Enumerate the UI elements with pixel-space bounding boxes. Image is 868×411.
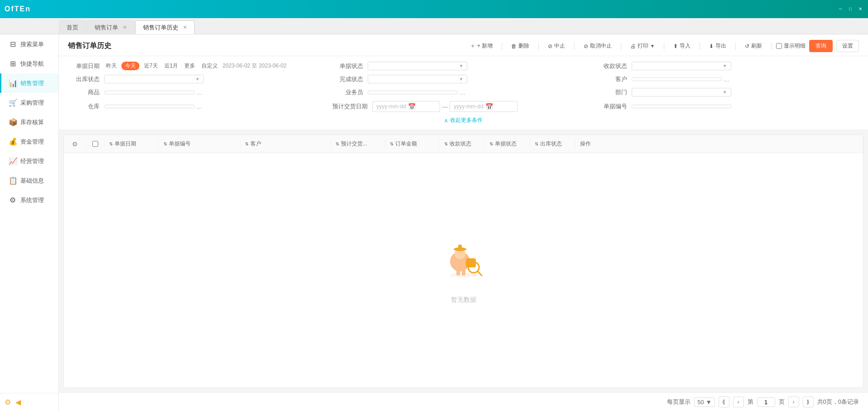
close-btn[interactable]: ✕	[857, 6, 863, 12]
col-header-receipt[interactable]: ⇅ 收款状态	[440, 140, 485, 148]
doc-status-arrow: ▼	[459, 63, 463, 68]
refresh-button[interactable]: ↺ 刷新	[740, 40, 767, 52]
next-page-btn[interactable]: ›	[788, 396, 799, 407]
import-button[interactable]: ⬆ 导入	[669, 40, 695, 52]
out-status-select[interactable]: ▼	[104, 75, 204, 83]
tab-sales-order-label: 销售订单	[95, 24, 118, 32]
col-header-amount[interactable]: ⇅ 订单金额	[385, 140, 440, 148]
salesperson-dots[interactable]: ...	[458, 89, 467, 96]
sidebar-item-purchase-mgmt[interactable]: 🛒 采购管理	[0, 93, 58, 112]
delivery-date-from-calendar-icon[interactable]: 📅	[408, 103, 416, 110]
sidebar-item-finance[interactable]: 💰 资金管理	[0, 132, 58, 151]
first-page-btn[interactable]: ⟪	[719, 396, 729, 407]
tab-home[interactable]: 首页	[59, 20, 86, 34]
prev-page-btn[interactable]: ‹	[733, 396, 744, 407]
customer-input[interactable]	[632, 77, 722, 81]
col-header-docstatus[interactable]: ⇅ 单据状态	[485, 140, 530, 148]
warehouse-input[interactable]	[104, 105, 195, 108]
collapse-row[interactable]: ∧ 收起更多条件	[68, 116, 859, 124]
date-option-more[interactable]: 更多	[182, 62, 197, 70]
docno-input[interactable]	[632, 105, 731, 108]
query-button[interactable]: 查询	[809, 40, 833, 52]
svg-rect-9	[462, 269, 465, 276]
delivery-date-to-calendar-icon[interactable]: 📅	[485, 103, 493, 110]
date-option-today[interactable]: 今天	[121, 62, 139, 70]
stop-button[interactable]: ⊘ 中止	[543, 40, 570, 52]
refresh-icon: ↺	[745, 43, 749, 49]
col-header-settings[interactable]: ⚙	[64, 140, 86, 148]
customer-dots[interactable]: ...	[722, 76, 731, 83]
maximize-btn[interactable]: □	[847, 6, 854, 12]
col-outstatus-label: 出库状态	[540, 140, 562, 148]
date-option-yesterday[interactable]: 昨天	[104, 62, 119, 70]
tab-sales-order[interactable]: 销售订单 ✕	[87, 20, 134, 34]
col-header-check[interactable]	[86, 141, 105, 147]
product-dots[interactable]: ...	[195, 89, 204, 96]
doc-status-select[interactable]: ▼	[368, 62, 467, 70]
col-header-delivery[interactable]: ⇅ 预计交货...	[331, 140, 385, 148]
delivery-date-to-input[interactable]: yyyy-mm-dd 📅	[450, 101, 518, 112]
show-detail-checkbox[interactable]	[776, 43, 782, 49]
warehouse-dots[interactable]: ...	[195, 103, 204, 110]
add-button[interactable]: ＋ + 新增	[465, 40, 497, 52]
export-label: 导出	[715, 42, 726, 50]
last-page-btn[interactable]: ⟫	[803, 396, 814, 407]
table-area: ⚙ ⇅ 单据日期 ⇅ 单据编号 ⇅ 客户 ⇅	[63, 135, 863, 388]
import-label: 导入	[680, 42, 691, 50]
tab-sales-order-close[interactable]: ✕	[123, 24, 127, 30]
col-header-docno[interactable]: ⇅ 单据编号	[159, 140, 240, 148]
sidebar-item-purchase-mgmt-label: 采购管理	[20, 99, 44, 107]
operations-icon: 📈	[9, 157, 17, 165]
print-arrow: ▼	[650, 44, 655, 48]
dept-select[interactable]: ▼	[632, 88, 731, 97]
sidebar-item-sales-mgmt[interactable]: 📊 销售管理	[0, 73, 58, 93]
receipt-status-select[interactable]: ▼	[632, 62, 731, 70]
date-option-1month[interactable]: 近1月	[163, 62, 180, 70]
docno-filter-cell: 单据编号	[595, 102, 859, 111]
col-header-outstatus[interactable]: ⇅ 出库状态	[530, 140, 575, 148]
tab-sales-order-history-close[interactable]: ✕	[183, 24, 187, 30]
col-header-date[interactable]: ⇅ 单据日期	[105, 140, 159, 148]
delete-button[interactable]: 🗑 删除	[507, 40, 534, 52]
delivery-date-from-input[interactable]: yyyy-mm-dd 📅	[372, 101, 440, 112]
col-header-customer[interactable]: ⇅ 客户	[240, 140, 331, 148]
sidebar: ⊟ 搜索菜单 ⊞ 快捷导航 📊 销售管理 🛒 采购管理 📦 库存核算 💰 资金管…	[0, 34, 59, 411]
date-option-7days[interactable]: 近7天	[142, 62, 160, 70]
col-action-label: 操作	[580, 140, 591, 148]
delete-label: 删除	[518, 42, 529, 50]
sidebar-item-basic-info[interactable]: 📋 基础信息	[0, 171, 58, 190]
select-all-checkbox[interactable]	[92, 141, 98, 147]
sidebar-item-inventory[interactable]: 📦 库存核算	[0, 112, 58, 132]
complete-status-select[interactable]: ▼	[368, 75, 467, 83]
sidebar-collapse-icon[interactable]: ◀	[15, 398, 21, 406]
page-unit: 页	[779, 398, 785, 406]
export-button[interactable]: ⬇ 导出	[705, 40, 731, 52]
col-settings-gear-icon[interactable]: ⚙	[72, 140, 78, 148]
cancel-stop-button[interactable]: ⊘ 取消中止	[579, 40, 616, 52]
sidebar-item-search-menu[interactable]: ⊟ 搜索菜单	[0, 34, 58, 54]
sidebar-item-quick-nav[interactable]: ⊞ 快捷导航	[0, 54, 58, 73]
import-icon: ⬆	[673, 43, 678, 49]
settings-label: 设置	[842, 42, 853, 50]
settings-button[interactable]: 设置	[836, 40, 859, 52]
sidebar-item-operations[interactable]: 📈 经营管理	[0, 151, 58, 171]
sidebar-settings-icon[interactable]: ⚙	[5, 398, 11, 406]
salesperson-filter-cell: 业务员 ...	[331, 88, 595, 97]
product-input[interactable]	[104, 91, 195, 94]
toolbar-sep-6	[700, 43, 700, 50]
date-option-custom[interactable]: 自定义	[200, 62, 220, 70]
minimize-btn[interactable]: ─	[837, 6, 844, 12]
docno-label: 单据编号	[595, 102, 632, 111]
page-size-select[interactable]: 50 ▼	[694, 397, 715, 407]
page-number-input[interactable]	[757, 397, 775, 407]
sidebar-item-inventory-label: 库存核算	[20, 118, 44, 126]
salesperson-input[interactable]	[368, 91, 458, 94]
collapse-arrow-icon: ∧	[444, 117, 448, 124]
tab-sales-order-history[interactable]: 销售订单历史 ✕	[135, 20, 195, 34]
print-button[interactable]: 🖨 打印 ▼	[626, 40, 659, 52]
customer-label: 客户	[595, 75, 632, 83]
out-status-filter-cell: 出库状态 ▼	[68, 75, 331, 83]
col-customer-sort-icon: ⇅	[245, 141, 249, 146]
sidebar-item-sys-mgmt[interactable]: ⚙ 系统管理	[0, 190, 58, 210]
basic-info-icon: 📋	[9, 176, 17, 185]
